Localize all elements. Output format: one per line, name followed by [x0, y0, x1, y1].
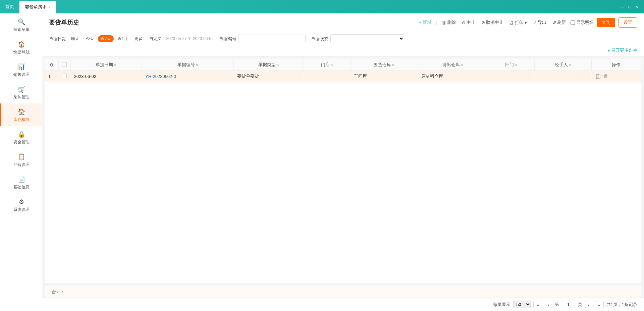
row-checkbox[interactable]: [62, 74, 67, 78]
sidebar-item-basic[interactable]: 📄 基础信息: [0, 171, 42, 193]
cancel-stop-label: 取消中止: [486, 19, 503, 26]
dept-sort-icon[interactable]: ⇅: [515, 63, 517, 67]
window-max-btn[interactable]: □: [628, 4, 631, 9]
query-button[interactable]: 查询: [597, 18, 615, 27]
basic-icon: 📄: [18, 176, 25, 183]
date-filter-group: 单据日期 昨天 今天 近7天 近1月 更多 自定义 2023-05-27 至 2…: [49, 35, 214, 42]
sidebar-label-finance: 资金管理: [13, 139, 30, 145]
window-close-btn[interactable]: ✕: [635, 4, 639, 9]
inventory-icon: 🏠: [18, 108, 25, 116]
doc-no-sort-icon[interactable]: ⇅: [196, 63, 198, 67]
row-delete-icon[interactable]: 🗑: [603, 73, 608, 79]
page-label-before: 第: [555, 302, 559, 308]
doc-no-link[interactable]: YH-20230602-0: [145, 74, 176, 79]
row-index: 1: [45, 71, 58, 82]
page-size-select[interactable]: 10 20 50 100: [513, 301, 531, 308]
date-tab-more[interactable]: 更多: [132, 35, 145, 42]
tab-home[interactable]: 首页: [0, 0, 19, 13]
prev-page-btn[interactable]: ‹: [545, 301, 552, 308]
sidebar-label-basic: 基础信息: [13, 184, 30, 190]
action-group: 📋 🗑: [595, 73, 638, 79]
export-label: 导出: [538, 19, 546, 26]
col-pending-warehouse-header: 待出仓库⇅: [418, 59, 488, 71]
row-date: 2023-06-02: [70, 71, 142, 82]
search-icon: 🔍: [18, 18, 25, 26]
settings-button[interactable]: 设置: [619, 17, 637, 28]
last-page-btn[interactable]: »: [595, 301, 603, 308]
store-sort-icon[interactable]: ⇅: [330, 63, 333, 67]
delete-button[interactable]: 🗑 删除: [440, 19, 457, 26]
sidebar-item-purchase[interactable]: 🛒 采购管理: [0, 81, 42, 103]
row-edit-icon[interactable]: 📋: [595, 73, 601, 79]
status-filter-group: 单据状态: [311, 34, 404, 43]
col-store-header: 门店⇅: [304, 59, 350, 71]
refresh-icon: ↺: [552, 20, 556, 25]
stop-button[interactable]: ⊘ 中止: [461, 19, 477, 26]
expand-label: 展开更多条件: [611, 47, 637, 53]
sidebar-item-system[interactable]: ⚙ 系统管理: [0, 193, 42, 216]
show-detail-toggle[interactable]: 显示明细: [571, 19, 594, 26]
handler-sort-icon[interactable]: ⇅: [569, 63, 571, 67]
delete-label: 删除: [447, 19, 456, 26]
tab-close-icon[interactable]: ×: [49, 5, 51, 9]
expand-row: ▾ 展开更多条件: [49, 46, 637, 56]
sidebar-item-finance[interactable]: 🔒 资金管理: [0, 126, 42, 148]
export-icon: ↗: [533, 20, 537, 25]
page-label-after: 页: [578, 302, 582, 308]
date-tab-today[interactable]: 今天: [83, 35, 97, 42]
date-tab-1month[interactable]: 近1月: [115, 35, 131, 42]
stop-label: 中止: [467, 19, 475, 26]
sidebar-label-inventory: 库存核算: [13, 117, 30, 123]
sidebar-item-search[interactable]: 🔍 搜索菜单: [0, 13, 42, 36]
table-area: ⚙ 单据日期⇅ 单据编号⇅ 单据类型⇅: [45, 59, 641, 283]
export-button[interactable]: ↗ 导出: [532, 19, 548, 26]
status-select[interactable]: [330, 34, 404, 43]
data-table: ⚙ 单据日期⇅ 单据编号⇅ 单据类型⇅: [45, 59, 641, 82]
show-detail-checkbox[interactable]: [571, 20, 575, 25]
pending-wh-sort-icon[interactable]: ⇅: [461, 63, 463, 67]
select-all-checkbox[interactable]: [62, 62, 67, 67]
date-sort-icon[interactable]: ⇅: [114, 63, 116, 67]
first-page-btn[interactable]: «: [533, 301, 542, 308]
new-button[interactable]: + 新增: [418, 19, 433, 26]
row-req-warehouse: 车间库: [350, 71, 418, 82]
col-checkbox-header[interactable]: [58, 59, 70, 71]
date-filter-label: 单据日期: [49, 36, 66, 42]
print-button[interactable]: 🖨 打印 ▾: [508, 19, 528, 26]
row-doc-no[interactable]: YH-20230602-0: [142, 71, 234, 82]
sidebar-item-inventory[interactable]: 🏠 库存核算: [0, 103, 42, 126]
sidebar-item-operation[interactable]: 📋 经营管理: [0, 148, 42, 171]
page-title-row: 要货单历史 + 新增 | 🗑 删除 ⊘ 中止: [49, 17, 637, 28]
sidebar-label-nav: 快捷导航: [13, 49, 30, 55]
date-tab-custom[interactable]: 自定义: [147, 35, 164, 42]
window-min-btn[interactable]: —: [620, 4, 624, 9]
show-detail-label: 显示明细: [576, 19, 594, 26]
sidebar-item-nav[interactable]: 🏠 快捷导航: [0, 36, 42, 58]
col-date-header: 单据日期⇅: [70, 59, 142, 71]
col-settings-header[interactable]: ⚙: [45, 59, 58, 71]
cancel-stop-button[interactable]: ⊘ 取消中止: [480, 19, 505, 26]
total-pages-info: 共1页，1条记录: [606, 302, 637, 308]
doc-type-sort-icon[interactable]: ⇅: [276, 63, 279, 67]
next-page-btn[interactable]: ›: [585, 301, 592, 308]
date-tab-7days[interactable]: 近7天: [98, 35, 114, 42]
col-doc-type-header: 单据类型⇅: [234, 59, 304, 71]
row-pending-warehouse: 原材料仓库: [418, 71, 488, 82]
req-wh-sort-icon[interactable]: ⇅: [392, 63, 394, 67]
print-icon: 🖨: [509, 20, 514, 25]
date-tab-yesterday[interactable]: 昨天: [68, 35, 82, 42]
refresh-button[interactable]: ↺ 刷新: [551, 19, 567, 26]
sidebar-item-sales[interactable]: 📊 销售管理: [0, 58, 42, 81]
page-number-input[interactable]: [562, 301, 575, 308]
pagination-bar: 每页显示 10 20 50 100 « ‹ 第 页 › » 共1页，1条记录: [42, 298, 644, 311]
system-icon: ⚙: [19, 198, 24, 206]
row-checkbox-cell[interactable]: [58, 71, 70, 82]
row-handler: [534, 71, 591, 82]
page-title: 要货单历史: [49, 18, 79, 27]
doc-no-input[interactable]: [238, 35, 306, 43]
page-size-label: 每页显示: [493, 302, 511, 308]
tab-requisition-history[interactable]: 要货单历史 ×: [19, 1, 56, 14]
table-footer: 合计：: [45, 286, 641, 298]
new-label: 新增: [423, 19, 431, 26]
expand-button[interactable]: ▾ 展开更多条件: [608, 47, 637, 53]
